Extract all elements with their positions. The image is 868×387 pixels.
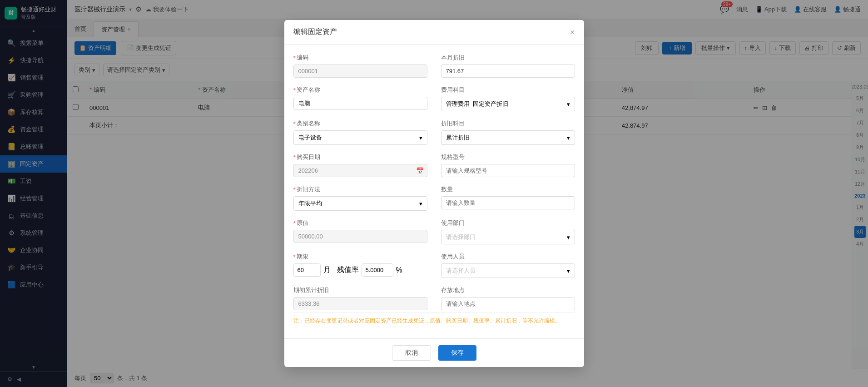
field-spec-model: 规格型号	[441, 153, 575, 177]
department-select[interactable]: 请选择部门 ▾	[441, 230, 575, 244]
this-month-dep-input[interactable]	[441, 64, 575, 78]
field-quantity: 数量	[441, 185, 575, 211]
dep-subject-select[interactable]: 累计折旧 ▾	[441, 130, 575, 145]
modal-footer: 取消 保存	[284, 338, 584, 367]
category-select[interactable]: 电子设备 ▾	[293, 130, 427, 145]
field-category: * 类别名称 电子设备 ▾	[293, 119, 427, 145]
modal-header: 编辑固定资产 ×	[284, 20, 584, 45]
quantity-input[interactable]	[441, 196, 575, 209]
original-value-input[interactable]	[293, 230, 427, 243]
modal-close-button[interactable]: ×	[570, 28, 575, 36]
field-initial-dep: 期初累计折旧	[293, 286, 427, 310]
field-storage: 存放地点	[441, 286, 575, 310]
period-label: * 期限	[293, 253, 427, 261]
department-label: 使用部门	[441, 219, 575, 227]
department-placeholder: 请选择部门	[446, 233, 476, 241]
code-label: * 编码	[293, 54, 427, 62]
staff-label: 使用人员	[441, 253, 575, 261]
field-purchase-date: * 购买日期 📅	[293, 153, 427, 177]
original-value-label: * 原值	[293, 219, 427, 227]
residual-rate-label: 残值率	[337, 265, 359, 275]
category-value: 电子设备	[298, 134, 322, 142]
period-unit: 月	[323, 265, 331, 275]
field-department: 使用部门 请选择部门 ▾	[441, 219, 575, 244]
this-month-dep-label: 本月折旧	[441, 54, 575, 62]
residual-rate-unit: %	[396, 266, 402, 274]
category-label: * 类别名称	[293, 119, 427, 128]
spec-model-input[interactable]	[441, 164, 575, 177]
staff-placeholder: 请选择人员	[446, 267, 476, 275]
period-row: 月 残值率 %	[293, 263, 427, 277]
purchase-date-input[interactable]	[293, 164, 427, 177]
dep-method-select[interactable]: 年限平均 ▾	[293, 196, 427, 211]
purchase-date-label: * 购买日期	[293, 153, 427, 161]
field-staff: 使用人员 请选择人员 ▾	[441, 253, 575, 278]
modal-form: * 编码 本月折旧 * 资产名称	[293, 54, 575, 310]
field-code: * 编码	[293, 54, 427, 78]
asset-name-input[interactable]	[293, 97, 427, 110]
staff-select[interactable]: 请选择人员 ▾	[441, 263, 575, 278]
asset-name-label: * 资产名称	[293, 86, 427, 94]
staff-chevron: ▾	[567, 268, 570, 274]
department-chevron: ▾	[567, 234, 570, 241]
storage-input[interactable]	[441, 297, 575, 310]
modal-title: 编辑固定资产	[293, 27, 337, 37]
field-original-value: * 原值	[293, 219, 427, 244]
code-input[interactable]	[293, 64, 427, 78]
cancel-button[interactable]: 取消	[392, 345, 431, 361]
storage-label: 存放地点	[441, 286, 575, 294]
calendar-icon[interactable]: 📅	[416, 167, 424, 174]
initial-dep-input[interactable]	[293, 297, 427, 310]
dep-subject-label: 折旧科目	[441, 119, 575, 128]
dep-method-label: * 折旧方法	[293, 185, 427, 194]
residual-rate-input[interactable]	[362, 263, 393, 277]
purchase-date-wrap: 📅	[293, 164, 427, 177]
initial-dep-label: 期初累计折旧	[293, 286, 427, 294]
save-button[interactable]: 保存	[438, 345, 476, 361]
category-chevron: ▾	[419, 134, 422, 141]
expense-subject-label: 费用科目	[441, 86, 575, 94]
dep-subject-value: 累计折旧	[446, 134, 470, 142]
expense-subject-chevron: ▾	[567, 101, 570, 108]
dep-method-chevron: ▾	[419, 200, 422, 207]
field-dep-method: * 折旧方法 年限平均 ▾	[293, 185, 427, 211]
quantity-label: 数量	[441, 185, 575, 194]
modal-body: * 编码 本月折旧 * 资产名称	[284, 45, 584, 338]
period-input[interactable]	[293, 263, 321, 277]
field-expense-subject: 费用科目 管理费用_固定资产折旧 ▾	[441, 86, 575, 111]
expense-subject-select[interactable]: 管理费用_固定资产折旧 ▾	[441, 97, 575, 111]
modal-note: 注：已经存在变更记录或者对应固定资产已经生成凭证，原值、购买日期、残值率、累计折…	[293, 312, 575, 329]
edit-asset-modal: 编辑固定资产 × * 编码 本月折旧	[284, 20, 584, 367]
dep-subject-chevron: ▾	[567, 134, 570, 141]
spec-model-label: 规格型号	[441, 153, 575, 161]
field-asset-name: * 资产名称	[293, 86, 427, 111]
dep-method-value: 年限平均	[298, 199, 322, 208]
field-this-month-dep: 本月折旧	[441, 54, 575, 78]
field-period: * 期限 月 残值率 %	[293, 253, 427, 278]
field-dep-subject: 折旧科目 累计折旧 ▾	[441, 119, 575, 145]
expense-subject-value: 管理费用_固定资产折旧	[446, 100, 508, 108]
modal-overlay: 编辑固定资产 × * 编码 本月折旧	[0, 0, 868, 387]
